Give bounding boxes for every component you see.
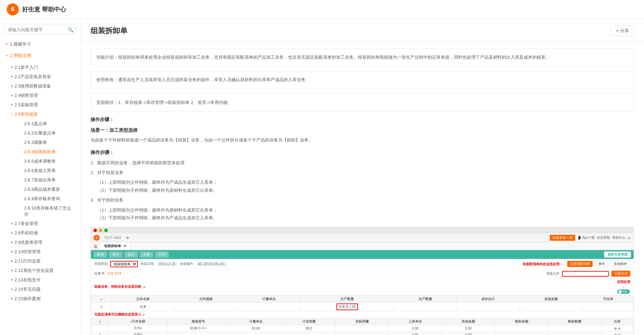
mockup-form-row1: 单据类型 组装拆卸单 单据日期 2019-12-26 单据编号 AD-20191… — [91, 259, 634, 269]
mockup-btn-other1[interactable]: 操作 — [595, 261, 608, 267]
content-header: 组装拆卸单 ↗ 分享 — [80, 19, 644, 42]
minus-icon: − — [5, 53, 8, 58]
mockup-toolbar: 新增 保存 提交 作废 打印 选择仓库单据 — [91, 250, 634, 259]
toggle-dot — [619, 290, 622, 293]
sidebar-item-settings[interactable]: + 2.12系统个性化设置 — [11, 266, 80, 275]
chrome-min — [99, 229, 102, 232]
mockup-btn-new-doc[interactable]: 新增 — [94, 252, 107, 258]
th-can-out: 可出库 — [583, 296, 633, 303]
screenshot-chrome — [91, 227, 634, 233]
mockup-btn-submit[interactable]: 提交 — [124, 252, 138, 258]
annotation4-area: 无固定清单可以继续在这里录入 ↙ — [91, 311, 634, 318]
sidebar-item-assembly[interactable]: 2.6.4组装拆卸单 — [24, 147, 80, 157]
th-b-remain: 剩余数量 — [548, 318, 601, 325]
td-b-unit: 30.00 — [229, 325, 282, 332]
sidebar-item-print[interactable]: + 2.11打印设置 — [11, 257, 80, 266]
plus-icon: + — [11, 287, 13, 292]
main-content: 组装拆卸单 ↗ 分享 功能介绍：组装拆卸单用来处理企业组装或拆卸等加工业务，支持… — [80, 19, 644, 335]
intro-block-2: 使用角色：通常由生产人员或库管人员完成拆装业务的操作，库管人员确认原材料的出库和… — [91, 71, 634, 89]
mockup-form-row3: 组装业务、拆卸业务在这里切换 ↙ 启用处理 ↓ On — [91, 278, 634, 295]
step3: 3、对于拆卸业务 — [91, 196, 634, 204]
table-row: 2 子件2 0.00 0.00 — [91, 332, 634, 335]
sidebar-item-docs[interactable]: − 2.帮助文档 — [0, 50, 80, 61]
plus-icon: + — [11, 74, 13, 79]
th-cost-total: 成本合计 — [457, 296, 520, 303]
annotation4-text: 无固定清单可以继续在这里录入 — [94, 312, 141, 317]
mockup-company: TEST-H002 — [102, 235, 124, 240]
annotation-area1: 有装配清单的在这里处理 ← — [523, 262, 565, 267]
sidebar-item-finance[interactable]: + 2.7资金管理 — [11, 219, 80, 228]
td-b-spec — [167, 332, 229, 335]
th-b-check: √ — [91, 318, 108, 325]
sidebar-item-inventory[interactable]: − 2.6库存核算 — [11, 110, 80, 119]
mockup-btn-save[interactable]: 保存 — [109, 252, 122, 258]
sidebar-item-payment[interactable]: + 2.13在线支付 — [11, 275, 80, 285]
mockup-tab-active[interactable]: 组装拆卸单 ✕ — [100, 242, 130, 250]
sidebar-item-partstake[interactable]: 2.6.2分量盘点单 — [24, 128, 80, 138]
sidebar-item-stocktake[interactable]: 2.6.1盘点单 — [24, 119, 80, 128]
search-box[interactable]: 🔍 — [4, 25, 76, 35]
scene1-desc: 当由多个子件材料组装成一个成品的业务为【组装】业务，当由一个父件拆分成多个子产品… — [91, 136, 634, 144]
sidebar-item-video[interactable]: + 1.视频学习 — [0, 39, 80, 50]
td-b-inprice: 0.00 — [389, 325, 442, 332]
sidebar-item-otherinbound[interactable]: 2.6.6其他入库单 — [24, 166, 80, 175]
screenshot-container: 6 TEST-H002 ⚙ 新建单据一览 📱 App下载 动态帮助 帮助中心 c… — [91, 227, 634, 335]
plus-icon: + — [11, 230, 13, 235]
mockup-type-select[interactable]: 组装拆卸单 — [110, 261, 138, 267]
minus-icon: − — [11, 112, 13, 117]
td-check: 1 — [91, 303, 112, 311]
mockup-new-btn[interactable]: 新建单据一览 — [550, 235, 575, 241]
sidebar-item-costadjust[interactable]: 2.6.5成本调整单 — [24, 157, 80, 166]
sidebar-item-ledgererror[interactable]: 2.6.10库存账本错了怎么办 — [24, 204, 80, 219]
plus-icon: + — [11, 240, 13, 245]
plus-icon: + — [11, 83, 13, 89]
mockup-btn-select-warehouse[interactable]: 选择仓库单据 — [604, 252, 631, 258]
toggle-on-switch[interactable]: On — [617, 289, 630, 294]
sidebar-item-transfer[interactable]: 2.6.3调拨单 — [24, 138, 80, 147]
td-b-unit — [229, 332, 282, 335]
chrome-max — [104, 229, 108, 232]
td-b-init — [495, 332, 548, 335]
mockup-btn-select-bom[interactable]: 选择装配清单 — [567, 261, 593, 267]
sidebar: 🔍 + 1.视频学习 − 2.帮助文档 + 2.1新手入门 + 2.2产品安装及… — [0, 19, 80, 335]
mockup-warehouse-input[interactable] — [562, 271, 609, 277]
sidebar-item-management[interactable]: + 2.10经营管理 — [11, 247, 80, 257]
mockup-type-label: 单据类型 — [94, 262, 108, 266]
sidebar-item-faq[interactable]: + 2.14常见问题 — [11, 285, 80, 294]
mockup-task-count: 大件 1/24 — [107, 271, 121, 276]
sidebar-item-dataprep[interactable]: + 2.3使用前数据准备 — [11, 81, 80, 91]
plus-icon: + — [5, 42, 8, 47]
td-parent-name: 光束 — [112, 303, 175, 311]
mockup-btn-other2[interactable]: 其他操作 — [611, 261, 630, 267]
toggle-label: On — [623, 290, 627, 293]
mockup-help-link: 动态帮助 — [597, 235, 610, 240]
sidebar-item-otheroutbound[interactable]: 2.6.7其他出库单 — [24, 175, 80, 185]
share-button[interactable]: ↗ 分享 — [610, 25, 634, 36]
sidebar-item-newcomer[interactable]: + 2.1新手入门 — [11, 63, 80, 72]
content-body: 功能介绍：组装拆卸单用来处理企业组装或拆卸等加工业务，支持有固定装配清单的产品加… — [80, 42, 644, 335]
sidebar-item-sales[interactable]: + 2.4销售管理 — [11, 91, 80, 100]
mockup-form-row2: 任务书 大件 1/24 货栈仓库 立案处理 — [91, 269, 634, 278]
td-b-action[interactable]: ⊕ ⊖ — [601, 332, 633, 335]
mockup-btn-print[interactable]: 打印 — [155, 252, 169, 258]
sidebar-item-cases[interactable]: + 2.15操作案例 — [11, 294, 80, 303]
plus-icon: + — [11, 277, 13, 282]
sidebar-item-costrecalc[interactable]: 2.6.8商品成本重算 — [24, 185, 80, 194]
sidebar-item-stockledger[interactable]: 2.6.9库存账本查询 — [24, 194, 80, 204]
sidebar-item-install[interactable]: + 2.2产品安装及登录 — [11, 72, 80, 81]
step2: 2、对于组装业务 — [91, 169, 634, 176]
td-b-action[interactable]: ⊕ ⊖ — [601, 325, 633, 332]
mockup-form-area: 单据类型 组装拆卸单 单据日期 2019-12-26 单据编号 AD-20191… — [91, 259, 634, 295]
sidebar-item-coupon[interactable]: + 2.9优惠券管理 — [11, 238, 80, 247]
mockup-top-table-area: √ 父件名称 父件规格 计量单位 主产数量 生产数量 成本合计 其他金额 可出库 — [91, 295, 634, 311]
sidebar-item-mobile[interactable]: + 2.8手机旺铺 — [11, 228, 80, 238]
td-unit — [237, 303, 301, 311]
mockup-btn-delete[interactable]: 作废 — [140, 252, 153, 258]
annotation3-area: 启用处理 ↓ On — [617, 280, 630, 294]
search-input[interactable] — [4, 25, 76, 35]
mockup-tab-close[interactable]: ✕ — [123, 244, 126, 248]
search-icon[interactable]: 🔍 — [68, 27, 73, 33]
sidebar-item-purchase[interactable]: + 2.5采购管理 — [11, 100, 80, 110]
mockup-btn-confirm[interactable]: 立案处理 — [611, 271, 630, 277]
annotation2-text: 组装业务、拆卸业务在这里切换 — [94, 284, 141, 289]
